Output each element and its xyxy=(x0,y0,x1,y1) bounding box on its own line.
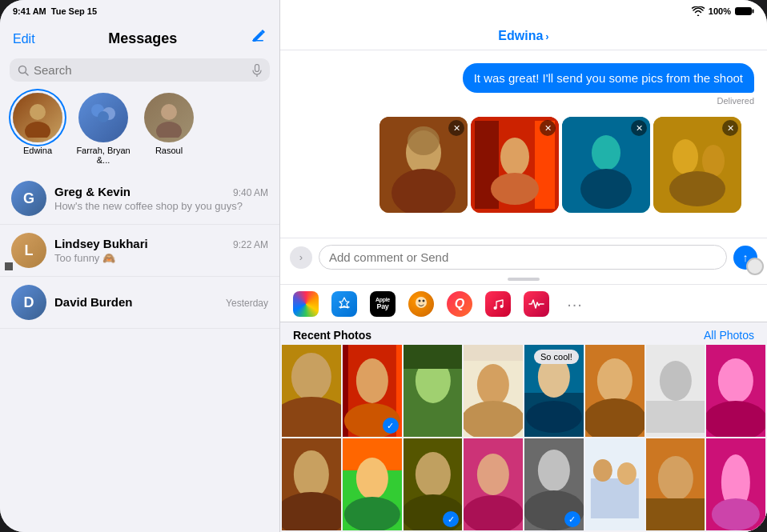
photo-cell-16[interactable] xyxy=(706,438,765,530)
svg-rect-5 xyxy=(255,64,259,71)
input-row: › ↑ xyxy=(280,238,767,276)
date: Tue Sep 15 xyxy=(51,6,97,16)
compose-icon xyxy=(251,29,267,45)
remove-photo-4-button[interactable]: ✕ xyxy=(722,120,738,136)
attachment-photo-1[interactable]: ✕ xyxy=(379,117,468,213)
status-bar: 9:41 AM Tue Sep 15 100% xyxy=(0,0,767,22)
recent-photos-section: Recent Photos All Photos xyxy=(280,322,767,532)
msg-info-david: David Burden Yesterday xyxy=(54,295,268,310)
recent-photos-header: Recent Photos All Photos xyxy=(280,322,767,345)
contact-avatar-rasoul xyxy=(144,93,194,142)
attachment-photo-4[interactable]: ✕ xyxy=(653,117,741,213)
remove-photo-3-button[interactable]: ✕ xyxy=(631,120,647,136)
msg-time-greg: 9:40 AM xyxy=(233,187,268,198)
contact-name-farrah: Farrah, Bryan &... xyxy=(75,146,131,165)
chat-contact-name[interactable]: Edwina › xyxy=(498,29,548,43)
delivered-label: Delivered xyxy=(717,96,754,106)
app-reactions-button[interactable]: Q xyxy=(447,291,472,317)
message-item-greg[interactable]: G Greg & Kevin 9:40 AM How's the new cof… xyxy=(0,173,279,225)
apps-row: Apple Pay Q xyxy=(280,284,767,322)
pinned-contact-rasoul[interactable]: Rasoul xyxy=(144,93,194,165)
photo-cell-7[interactable] xyxy=(646,345,705,437)
all-photos-button[interactable]: All Photos xyxy=(704,329,754,342)
app-appstore-button[interactable] xyxy=(331,291,357,317)
contact-chevron-icon: › xyxy=(545,30,548,42)
app-music-button[interactable] xyxy=(485,291,511,317)
text-input-wrap xyxy=(319,245,727,270)
app-memoji-button[interactable] xyxy=(408,291,434,317)
svg-point-27 xyxy=(673,139,698,174)
photo-cell-6[interactable] xyxy=(585,345,645,437)
photo-cell-12[interactable] xyxy=(464,438,523,530)
photo-cell-9[interactable] xyxy=(282,438,341,530)
app-applepay-button[interactable]: Apple Pay xyxy=(370,291,396,317)
photo-cell-13[interactable]: ✓ xyxy=(524,438,584,530)
time: 9:41 AM xyxy=(13,6,46,16)
sidebar: Edit Messages xyxy=(0,0,280,532)
expand-button[interactable]: › xyxy=(290,246,312,269)
msg-avatar-greg: G xyxy=(11,181,46,216)
svg-point-33 xyxy=(423,300,425,302)
sidebar-header: Edit Messages xyxy=(0,22,279,54)
search-bar[interactable] xyxy=(10,58,270,82)
search-input[interactable] xyxy=(34,63,247,77)
svg-rect-1 xyxy=(753,10,754,14)
svg-point-42 xyxy=(356,358,388,403)
photo-cell-4[interactable] xyxy=(464,345,523,437)
chat-messages: It was great! I'll send you some pics fr… xyxy=(280,50,767,238)
svg-rect-81 xyxy=(591,478,639,518)
svg-point-17 xyxy=(408,126,440,155)
photo-cell-15[interactable] xyxy=(646,438,705,530)
svg-point-56 xyxy=(597,358,632,403)
svg-point-13 xyxy=(156,122,182,138)
svg-rect-60 xyxy=(646,401,705,433)
photo-cell-8[interactable] xyxy=(706,345,765,437)
contact-name-edwina: Edwina xyxy=(23,146,52,155)
photo-cell-11[interactable]: ✓ xyxy=(404,438,463,530)
svg-point-8 xyxy=(25,122,50,138)
svg-point-85 xyxy=(657,456,693,501)
app-heartrate-button[interactable] xyxy=(524,291,549,317)
edit-button[interactable]: Edit xyxy=(13,32,35,46)
svg-point-59 xyxy=(659,361,691,401)
photo-cell-2[interactable]: ✓ xyxy=(343,345,402,437)
message-item-david[interactable]: D David Burden Yesterday xyxy=(0,277,279,329)
photo-cell-3[interactable] xyxy=(404,345,463,437)
message-list: G Greg & Kevin 9:40 AM How's the new cof… xyxy=(0,173,279,532)
chat-header: Edwina › xyxy=(280,22,767,50)
remove-photo-2-button[interactable]: ✕ xyxy=(540,120,556,136)
remove-photo-1-button[interactable]: ✕ xyxy=(448,120,464,136)
msg-time-lindsey: 9:22 AM xyxy=(233,239,268,250)
contact-avatar-edwina xyxy=(13,93,62,142)
photo-check-13: ✓ xyxy=(564,511,580,527)
photo-cell-1[interactable] xyxy=(282,345,341,437)
msg-time-david: Yesterday xyxy=(226,298,268,309)
svg-point-78 xyxy=(538,450,570,491)
attachment-photo-3[interactable]: ✕ xyxy=(562,117,650,213)
message-input[interactable] xyxy=(329,250,717,264)
svg-point-82 xyxy=(593,459,612,482)
app-photos-button[interactable] xyxy=(293,291,319,317)
svg-point-70 xyxy=(344,497,400,530)
home-button[interactable] xyxy=(746,258,764,275)
so-cool-bubble: So cool! xyxy=(534,350,579,364)
photo-cell-14[interactable] xyxy=(585,438,645,530)
msg-avatar-lindsey: L xyxy=(11,233,46,268)
photo-cell-10[interactable] xyxy=(343,438,402,530)
msg-name-lindsey: Lindsey Bukhari xyxy=(54,237,148,250)
lock-indicator xyxy=(5,262,13,270)
apps-scroll-indicator xyxy=(508,278,540,281)
pinned-contact-farrah[interactable]: Farrah, Bryan &... xyxy=(75,93,131,165)
app-more-button[interactable]: ··· xyxy=(562,291,588,317)
photo-cell-5[interactable]: So cool! xyxy=(524,345,584,437)
svg-point-12 xyxy=(161,104,177,120)
main-chat: Edwina › It was great! I'll send you som… xyxy=(280,0,767,532)
svg-rect-0 xyxy=(735,7,752,15)
pinned-contact-edwina[interactable]: Edwina xyxy=(13,93,62,165)
message-item-lindsey[interactable]: L Lindsey Bukhari 9:22 AM Too funny 🙈 xyxy=(0,225,279,277)
recent-photos-title: Recent Photos xyxy=(293,329,371,342)
svg-point-75 xyxy=(477,454,509,495)
svg-point-25 xyxy=(580,169,632,209)
attachment-photo-2[interactable]: ✕ xyxy=(471,117,559,213)
compose-button[interactable] xyxy=(251,29,267,49)
